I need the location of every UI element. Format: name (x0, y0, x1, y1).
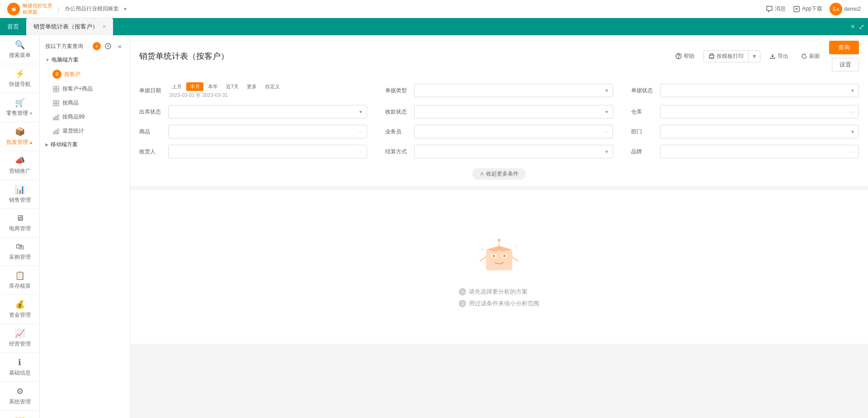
date-tab-last-month[interactable]: 上月 (168, 82, 185, 91)
help-btn[interactable]: 帮助 (672, 51, 698, 62)
svg-text:✦: ✦ (480, 246, 485, 253)
export-btn[interactable]: 导出 (766, 51, 792, 62)
tab-close-all-btn[interactable]: × (851, 23, 855, 31)
settings-btn[interactable]: 设置 (832, 58, 859, 71)
filter-label-order-status: 单据状态 (631, 87, 656, 95)
filter-select-brand[interactable]: ··· (660, 145, 859, 158)
print-icon (708, 53, 715, 59)
avatar: Ea (830, 3, 842, 15)
sidebar-item-retail-mgmt[interactable]: 🛒 零售管理 ▼ (0, 93, 39, 122)
customer-active-dot: 客 (52, 70, 61, 79)
filter-select-settlement[interactable]: ▼ (414, 145, 613, 158)
scheme-collapse-btn[interactable]: « (115, 42, 124, 51)
product-dots: ··· (358, 128, 363, 135)
brand-dots: ··· (849, 148, 855, 155)
tab-home[interactable]: 首页 (0, 18, 26, 35)
filter-select-order-status[interactable]: ▼ (660, 84, 859, 97)
date-range-value: 2023-03-01 至 2023-03-31 (168, 92, 367, 99)
sys-mgmt-icon: ⚙ (16, 386, 24, 396)
collapse-btn-row: ∧ 收起更多条件 (139, 165, 859, 180)
filter-select-salesperson[interactable]: ··· (414, 125, 613, 138)
scheme-item-by-customer-product[interactable]: 按客户+商品 (40, 82, 130, 96)
bar-icon (53, 114, 59, 120)
filter-label-order-type: 单据类型 (385, 87, 410, 95)
sidebar-item-marketing[interactable]: 📣 营销推广 (0, 151, 39, 180)
filter-select-recipient[interactable]: ··· (168, 145, 367, 158)
scheme-add-btn[interactable]: + (93, 42, 101, 50)
filter-select-department[interactable]: ▼ (660, 125, 859, 138)
scheme-edit-btn[interactable] (104, 42, 113, 51)
date-tab-7days[interactable]: 近7天 (222, 82, 242, 91)
svg-point-19 (679, 58, 679, 58)
sidebar-item-finance[interactable]: 💰 资金管理 (0, 295, 39, 324)
sidebar-item-operations[interactable]: 📈 经营管理 (0, 324, 39, 353)
tab-expand-btn[interactable]: ⤢ (859, 23, 864, 31)
date-tab-this-month[interactable]: 本月 (186, 82, 203, 91)
scheme-item-by-product[interactable]: 按商品 (40, 96, 130, 110)
inventory-icon: 📋 (15, 271, 25, 280)
top-header-right: 消息 App下载 Ea demo2 (766, 3, 861, 15)
date-tab-more[interactable]: 更多 (243, 82, 260, 91)
filter-select-receipt-status[interactable]: ▼ (414, 105, 613, 119)
svg-rect-11 (57, 104, 59, 106)
page-top-bar: 销货单统计表（按客户） 帮助 按模板打印 (130, 35, 868, 76)
purchase-mgmt-icon: 🛍 (16, 242, 24, 252)
filter-select-order-type[interactable]: ▼ (414, 84, 613, 97)
date-range-tabs: 上月 本月 本年 近7天 更多 自定义 (168, 82, 367, 91)
sidebar-item-sales-mgmt[interactable]: 📊 销售管理 (0, 180, 39, 209)
edit-icon (104, 43, 112, 50)
sidebar-item-quick-nav[interactable]: ⚡ 快捷导航 (0, 64, 39, 93)
date-tab-custom[interactable]: 自定义 (261, 82, 283, 91)
svg-rect-15 (53, 132, 55, 134)
date-tab-this-year[interactable]: 本年 (204, 82, 222, 91)
page-title: 销货单统计表（按客户） (139, 51, 229, 62)
print-arrow-btn[interactable]: ▼ (748, 51, 760, 62)
filter-select-out-status[interactable]: ▼ (168, 105, 367, 119)
sidebar-item-wholesale-mgmt[interactable]: 📦 批发管理 ▲ (0, 122, 39, 151)
filter-cell-settlement: 结算方式 ▼ (385, 145, 613, 158)
scheme-item-return-stats[interactable]: 退货统计 (40, 124, 130, 138)
query-btn[interactable]: 查询 (829, 41, 859, 54)
scheme-item-by-customer[interactable]: 客 按客户 (40, 66, 130, 82)
mobile-group-header[interactable]: ▶ 移动端方案 (40, 138, 130, 151)
tab-close-btn[interactable]: × (103, 24, 106, 30)
quick-nav-icon: ⚡ (15, 69, 25, 79)
svg-rect-8 (53, 100, 56, 103)
sidebar-item-enterprise[interactable]: 🤝 企业协同 (0, 411, 39, 418)
message-action[interactable]: 消息 (766, 5, 786, 13)
basic-info-icon: ℹ (18, 357, 21, 367)
sidebar-item-sys-mgmt[interactable]: ⚙ 系统管理 (0, 382, 39, 411)
breadcrumb-item[interactable]: 办公用品行业模拟账套 (65, 5, 119, 13)
department-arrow: ▼ (850, 129, 855, 134)
tab-bar: 首页 销货单统计表（按客户） × × ⤢ (0, 18, 868, 35)
filter-select-product[interactable]: ··· (168, 125, 367, 138)
sidebar-item-basic-info[interactable]: ℹ 基础信息 (0, 353, 39, 382)
print-main-btn[interactable]: 按模板打印 (704, 51, 748, 62)
filter-select-warehouse[interactable]: ··· (660, 105, 859, 119)
collapse-conditions-btn[interactable]: ∧ 收起更多条件 (472, 168, 525, 180)
filter-label-settlement: 结算方式 (385, 148, 410, 156)
warehouse-dots: ··· (849, 108, 855, 115)
sidebar-item-ecommerce[interactable]: 🖥 电商管理 (0, 209, 39, 238)
date-range-control: 上月 本月 本年 近7天 更多 自定义 2023-03-01 至 2023-03… (168, 82, 367, 99)
tab-active[interactable]: 销货单统计表（按客户） × (26, 18, 113, 35)
mobile-group-label: 移动端方案 (51, 141, 78, 148)
bar2-icon (53, 128, 59, 134)
breadcrumb-arrow[interactable]: ▼ (123, 6, 127, 12)
refresh-btn[interactable]: 刷新 (797, 51, 824, 62)
sidebar-item-search-menu[interactable]: 🔍 搜索菜单 (0, 35, 39, 64)
svg-text:畅: 畅 (12, 7, 16, 12)
product-icon (52, 100, 60, 107)
main-layout: 🔍 搜索菜单 ⚡ 快捷导航 🛒 零售管理 ▼ 📦 批发管理 ▲ 📣 营销推广 (0, 35, 868, 418)
download-action[interactable]: App下载 (793, 5, 822, 13)
sidebar-item-inventory[interactable]: 📋 库存核算 (0, 266, 39, 295)
user-action[interactable]: Ea demo2 (830, 3, 861, 15)
filter-row-2: 出库状态 ▼ 收款状态 ▼ (139, 105, 859, 119)
pc-group-header[interactable]: ▼ 电脑端方案 (40, 53, 130, 66)
sidebar-item-purchase-mgmt[interactable]: 🛍 采购管理 (0, 238, 39, 266)
filter-cell-out-status: 出库状态 ▼ (139, 105, 367, 119)
scheme-item-by-product-99[interactable]: 按商品99 (40, 110, 130, 124)
svg-rect-20 (709, 55, 714, 58)
filter-row-1: 单据日期 上月 本月 本年 近7天 更多 自定义 2023-03-01 至 20… (139, 82, 859, 99)
empty-tips: ① 请先选择要分析的方案 ② 用过滤条件来缩小分析范围 (459, 288, 539, 308)
